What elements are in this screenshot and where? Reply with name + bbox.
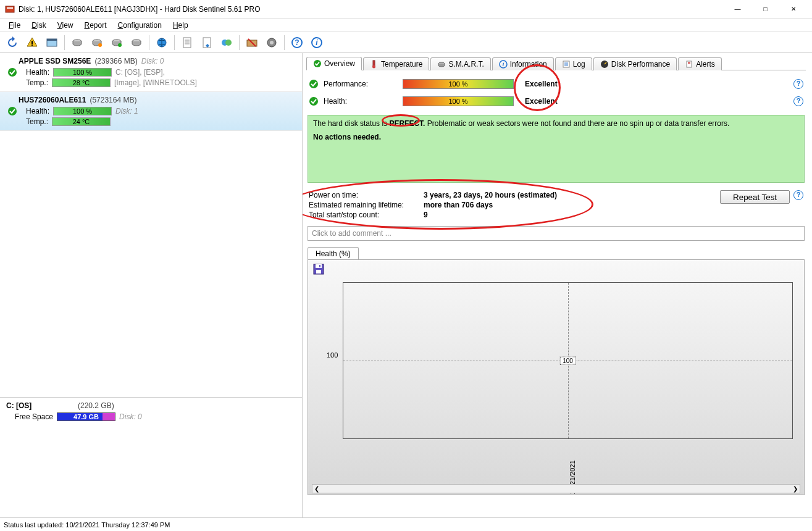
disk-icon-3[interactable] [108,34,125,51]
info-icon[interactable]: i [308,34,325,51]
health-label: Health: [324,97,398,106]
globe-icon[interactable] [153,34,170,51]
svg-rect-3 [31,44,33,46]
health-label: Health: [21,107,49,115]
svg-point-31 [372,65,375,69]
help-icon[interactable]: ? [793,79,803,89]
close-button[interactable]: ✕ [779,0,807,19]
svg-text:i: i [502,61,504,67]
disk-list: APPLE SSD SM256E (239366 MB) Disk: 0 Hea… [0,53,302,397]
health-chart-section: Health (%) 100 100 10/21/2021 ❮ ❯ [308,247,805,495]
statusbar: Status last updated: 10/21/2021 Thursday… [0,517,812,531]
disk-partitions: C: [OS], [ESP], [115,68,165,77]
help-icon[interactable]: ? [793,190,803,200]
svg-rect-0 [6,6,14,12]
horizontal-scrollbar[interactable]: ❮ ❯ [312,484,800,493]
svg-point-28 [8,107,17,115]
save-icon[interactable] [313,264,324,275]
toolbar: ? i [0,32,812,53]
right-panel: Overview Temperature S.M.A.R.T. i Inform… [303,53,812,517]
partition-diskno: Disk: 0 [119,412,142,421]
maximize-button[interactable]: □ [751,0,779,19]
disk-item-1[interactable]: HUS726060ALE611 (5723164 MB) Health: 100… [0,92,302,131]
help-icon[interactable]: ? [288,34,306,51]
menu-report[interactable]: Report [80,20,112,31]
partition-size: (220.2 GB) [78,401,114,410]
startstop-label: Total start/stop count: [309,211,424,219]
temp-bar: 24 °C [52,117,111,126]
disk-size: (239366 MB) [94,57,137,65]
settings-icon-2[interactable] [263,34,280,51]
help-icon[interactable]: ? [793,96,803,106]
menu-configuration[interactable]: Configuration [113,20,167,31]
status-perfect: PERFECT. [389,119,425,128]
partition-name: C: [OS] [6,401,74,410]
menu-view[interactable]: View [52,20,78,31]
health-bar: 100 % [403,96,514,106]
partition-panel: C: [OS] (220.2 GB) Free Space 47.9 GB Di… [0,397,302,517]
disk-icon [437,60,446,69]
settings-icon-1[interactable] [243,34,261,51]
tab-smart[interactable]: S.M.A.R.T. [430,57,490,70]
health-bar: 100 % [53,68,112,77]
menu-file[interactable]: File [4,20,25,31]
poweron-label: Power on time: [309,191,424,199]
svg-point-43 [309,97,318,106]
tab-overview[interactable]: Overview [306,57,362,70]
disk-name: APPLE SSD SM256E [19,57,91,65]
svg-rect-41 [688,62,690,64]
tab-log[interactable]: Log [555,57,592,70]
disk-icon-4[interactable] [128,34,145,51]
disk-item-0[interactable]: APPLE SSD SM256E (239366 MB) Disk: 0 Hea… [0,53,302,92]
repeat-test-button[interactable]: Repeat Test [720,190,790,204]
status-text: Status last updated: 10/21/2021 Thursday… [4,521,170,529]
tab-alerts[interactable]: Alerts [678,57,722,70]
app-icon [5,4,15,14]
freespace-bar: 47.9 GB [57,412,115,421]
left-panel: APPLE SSD SM256E (239366 MB) Disk: 0 Hea… [0,53,303,517]
thermometer-icon [370,60,379,69]
svg-text:i: i [316,38,318,47]
report-icon-2[interactable] [198,34,216,51]
lifetime-value: more than 706 days [424,201,493,209]
menubar: File Disk View Report Configuration Help [0,19,812,32]
report-icon-1[interactable] [178,34,196,51]
report-icon-3[interactable] [218,34,235,51]
svg-rect-47 [319,265,320,267]
panel-icon[interactable] [43,34,61,51]
startstop-value: 9 [424,211,428,219]
health-tab-label[interactable]: Health (%) [308,247,359,260]
disk-size: (5723164 MB) [90,96,136,104]
tab-performance[interactable]: Disk Performance [593,57,677,70]
svg-point-22 [270,41,274,44]
performance-bar: 100 % [403,79,514,89]
warning-icon[interactable] [23,34,41,51]
svg-rect-2 [31,41,33,44]
tab-temperature[interactable]: Temperature [363,57,429,70]
y-axis-tick: 100 [327,351,338,359]
check-icon [7,67,17,77]
check-icon [309,96,319,106]
menu-disk[interactable]: Disk [27,20,51,31]
menu-help[interactable]: Help [168,20,193,31]
svg-rect-46 [316,270,321,274]
status-noactions: No actions needed. [313,133,799,141]
window-title: Disk: 1, HUS726060ALE611 [NAGJ3DHX] - Ha… [19,5,724,14]
svg-text:?: ? [295,38,299,47]
freespace-label: Free Space [15,412,53,421]
tab-information[interactable]: i Information [492,57,554,70]
minimize-button[interactable]: — [724,0,751,19]
performance-label: Performance: [324,80,398,88]
comment-input[interactable]: Click to add comment ... [308,226,805,241]
disk-icon-2[interactable] [88,34,106,51]
scroll-left-icon[interactable]: ❮ [312,485,321,492]
refresh-icon[interactable] [4,34,21,51]
scroll-right-icon[interactable]: ❯ [791,485,800,492]
chart-area: 100 100 10/21/2021 ❮ ❯ [308,259,805,495]
log-icon [562,60,571,69]
stats-area: Power on time: 3 years, 23 days, 20 hour… [306,185,806,225]
disk-icon-1[interactable] [69,34,86,51]
lifetime-label: Estimated remaining lifetime: [309,201,424,209]
status-prefix: The hard disk status is [313,119,389,128]
svg-rect-5 [47,39,57,41]
